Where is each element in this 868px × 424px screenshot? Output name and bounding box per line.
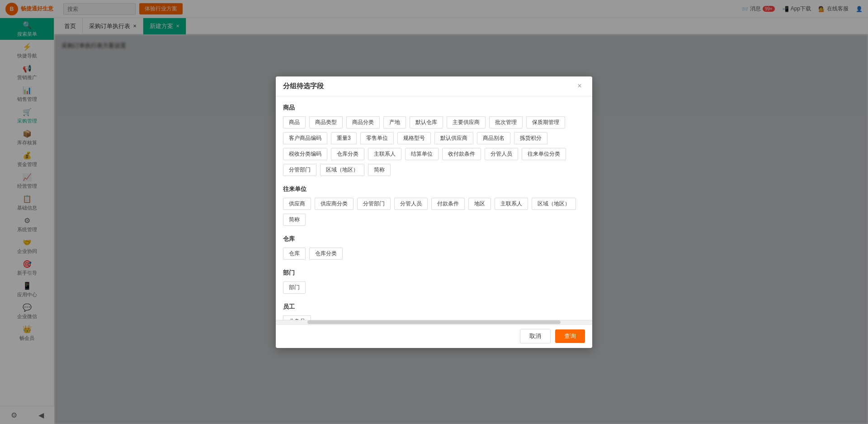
field-tag-supplier-category[interactable]: 供应商分类: [315, 198, 354, 210]
field-tag-weight[interactable]: 重量3: [331, 132, 357, 144]
field-tag-spec-model[interactable]: 规格型号: [397, 132, 431, 144]
field-tag-pick-points[interactable]: 拣货积分: [514, 132, 547, 144]
field-tag-main-contact2[interactable]: 主联系人: [495, 198, 528, 210]
field-tag-product[interactable]: 商品: [283, 116, 306, 129]
field-tag-area[interactable]: 地区: [468, 198, 491, 210]
field-tag-settle-unit[interactable]: 结算单位: [405, 148, 439, 160]
field-tag-tax-code[interactable]: 税收分类编码: [283, 148, 327, 160]
section-counterpart-title: 往来单位: [283, 185, 585, 193]
field-tag-region2[interactable]: 区域（地区）: [532, 198, 576, 210]
field-tag-default-supplier[interactable]: 默认供应商: [434, 132, 473, 144]
field-tag-payment-terms[interactable]: 收付款条件: [442, 148, 481, 160]
modal-overlay: 分组待选字段 × 商品 商品 商品类型 商品分类 产地 默认仓库 主要供应商 批…: [0, 0, 868, 424]
field-tag-region[interactable]: 区域（地区）: [320, 164, 364, 176]
field-tag-shelf-life[interactable]: 保质期管理: [526, 116, 565, 129]
field-tag-salesperson[interactable]: 业务员: [283, 315, 311, 320]
section-warehouse: 仓库 仓库 仓库分类: [283, 235, 585, 260]
field-tag-product-type[interactable]: 商品类型: [309, 116, 343, 129]
field-tag-manager[interactable]: 分管人员: [485, 148, 518, 160]
field-tag-default-warehouse[interactable]: 默认仓库: [410, 116, 443, 129]
field-tag-main-supplier[interactable]: 主要供应商: [447, 116, 486, 129]
field-tag-mgmt-dept[interactable]: 分管部门: [283, 164, 316, 176]
section-employee: 员工 业务员: [283, 303, 585, 320]
modal-title: 分组待选字段: [283, 82, 324, 91]
product-field-tags: 商品 商品类型 商品分类 产地 默认仓库 主要供应商 批次管理 保质期管理 客户…: [283, 116, 585, 176]
field-tag-retail-unit[interactable]: 零售单位: [360, 132, 394, 144]
department-field-tags: 部门: [283, 281, 585, 294]
field-tag-supplier[interactable]: 供应商: [283, 198, 311, 210]
field-tag-main-contact[interactable]: 主联系人: [368, 148, 401, 160]
field-tag-person-mgmt[interactable]: 分管人员: [394, 198, 428, 210]
modal-close-btn[interactable]: ×: [574, 81, 585, 91]
field-tag-dept[interactable]: 部门: [283, 281, 306, 294]
field-tag-product-alias[interactable]: 商品别名: [477, 132, 510, 144]
field-tag-warehouse-category[interactable]: 仓库分类: [331, 148, 364, 160]
section-product-title: 商品: [283, 104, 585, 112]
field-tag-product-category[interactable]: 商品分类: [346, 116, 380, 129]
field-tag-customer-code[interactable]: 客户商品编码: [283, 132, 327, 144]
modal-footer: 取消 查询: [276, 324, 592, 348]
field-tag-dept-mgmt[interactable]: 分管部门: [357, 198, 391, 210]
field-tag-pay-terms[interactable]: 付款条件: [431, 198, 465, 210]
section-employee-title: 员工: [283, 303, 585, 311]
field-tag-warehouse[interactable]: 仓库: [283, 248, 306, 260]
modal-header: 分组待选字段 ×: [276, 76, 592, 96]
field-tag-abbr2[interactable]: 简称: [283, 214, 306, 226]
field-tag-batch-mgmt[interactable]: 批次管理: [489, 116, 523, 129]
warehouse-field-tags: 仓库 仓库分类: [283, 248, 585, 260]
modal-body: 商品 商品 商品类型 商品分类 产地 默认仓库 主要供应商 批次管理 保质期管理…: [276, 96, 592, 320]
field-select-modal: 分组待选字段 × 商品 商品 商品类型 商品分类 产地 默认仓库 主要供应商 批…: [276, 76, 592, 348]
section-warehouse-title: 仓库: [283, 235, 585, 243]
field-tag-warehouse-cat[interactable]: 仓库分类: [309, 248, 343, 260]
modal-hscrollbar[interactable]: [276, 320, 592, 324]
section-department: 部门 部门: [283, 269, 585, 294]
field-tag-origin[interactable]: 产地: [383, 116, 406, 129]
section-counterpart: 往来单位 供应商 供应商分类 分管部门 分管人员 付款条件 地区 主联系人 区域…: [283, 185, 585, 226]
section-department-title: 部门: [283, 269, 585, 277]
employee-field-tags: 业务员: [283, 315, 585, 320]
confirm-button[interactable]: 查询: [555, 329, 585, 343]
section-product: 商品 商品 商品类型 商品分类 产地 默认仓库 主要供应商 批次管理 保质期管理…: [283, 104, 585, 176]
cancel-button[interactable]: 取消: [520, 329, 551, 343]
field-tag-abbr[interactable]: 简称: [368, 164, 391, 176]
counterpart-field-tags: 供应商 供应商分类 分管部门 分管人员 付款条件 地区 主联系人 区域（地区） …: [283, 198, 585, 226]
field-tag-counterpart-category[interactable]: 往来单位分类: [522, 148, 566, 160]
